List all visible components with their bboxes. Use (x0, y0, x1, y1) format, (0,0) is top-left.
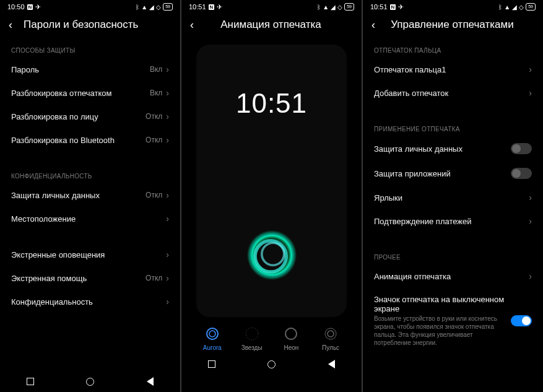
chevron-right-icon: › (166, 190, 169, 200)
nav-recent[interactable] (24, 375, 37, 388)
row-title: Добавить отпечаток (374, 89, 529, 98)
settings-row[interactable]: Защита личных данныхОткл› (9, 183, 172, 207)
signal-icon: ▲ (323, 4, 329, 11)
settings-row[interactable]: Экстренные оповещения› (9, 243, 172, 266)
section-label: ОТПЕЧАТОК ПАЛЬЦА (374, 47, 532, 54)
animation-option[interactable]: Звезды (233, 326, 271, 351)
animation-thumb-icon (244, 326, 260, 342)
settings-row[interactable]: Разблокировка по BluetoothОткл› (9, 128, 172, 152)
settings-row[interactable]: Экстренная помощьОткл› (9, 266, 172, 290)
signal-icon: ▲ (504, 4, 510, 11)
toggle[interactable] (511, 315, 532, 326)
chevron-right-icon: › (166, 297, 169, 307)
signal-icon: ◢ (331, 4, 336, 11)
page-title: Пароли и безопасность (24, 19, 138, 31)
chevron-right-icon: › (166, 135, 169, 145)
chevron-right-icon: › (166, 273, 169, 283)
settings-row[interactable]: ПарольВкл› (9, 58, 172, 81)
chevron-right-icon: › (166, 64, 169, 74)
settings-row[interactable]: Разблокировка по лицуОткл› (9, 105, 172, 128)
settings-row[interactable]: Подтверждение платежей› (371, 209, 534, 233)
svg-point-3 (207, 328, 218, 339)
svg-point-8 (325, 328, 336, 339)
back-icon[interactable]: ‹ (190, 19, 194, 30)
row-title: Подтверждение платежей (374, 217, 529, 226)
nav-back[interactable] (144, 375, 157, 388)
animation-label: Неон (284, 344, 298, 351)
nav-home[interactable] (266, 358, 278, 370)
header: ‹ Анимация отпечатка (181, 14, 362, 38)
animation-label: Звезды (241, 344, 263, 351)
row-value: Откл (146, 274, 162, 282)
animation-thumb-icon (283, 326, 299, 342)
page-title: Управление отпечатками (386, 19, 518, 31)
row-title: Пароль (11, 65, 150, 74)
section-label: КОНФИДЕНЦИАЛЬНОСТЬ (11, 173, 169, 180)
settings-row[interactable]: Добавить отпечаток› (371, 81, 534, 105)
chevron-right-icon: › (529, 216, 532, 226)
settings-row[interactable]: Защита личных данных (371, 136, 534, 161)
nav-recent[interactable] (206, 358, 218, 370)
chevron-right-icon: › (166, 250, 169, 259)
section-label: ПРИМЕНЕНИЕ ОТПЕЧАТКА (374, 126, 532, 133)
row-value: Откл (146, 191, 162, 199)
battery-icon: 59 (526, 3, 536, 11)
row-title: Значок отпечатка на выключенном экране (374, 295, 511, 313)
status-badge: N (27, 4, 33, 10)
status-time: 10:51 (370, 3, 388, 11)
row-title: Разблокировка по лицу (11, 112, 146, 121)
content: ОТПЕЧАТОК ПАЛЬЦА Отпечаток пальца1›Добав… (363, 38, 543, 392)
row-title: Защита личных данных (11, 191, 146, 200)
wifi-icon: ◇ (519, 4, 524, 11)
rows-extra: Экстренные оповещения›Экстренная помощьО… (9, 243, 172, 313)
svg-point-7 (328, 331, 334, 337)
animation-options: AuroraЗвездыНеонПульс (181, 322, 362, 354)
rocket-icon: ✈ (217, 3, 222, 11)
status-bar: 10:51 N ✈ ᛒ ▲ ◢ ◇ 59 (363, 0, 543, 14)
nav-bar (181, 354, 362, 375)
animation-option[interactable]: Неон (272, 326, 310, 351)
animation-label: Пульс (322, 344, 339, 351)
chevron-right-icon: › (166, 88, 169, 98)
animation-option[interactable]: Aurora (194, 326, 231, 351)
toggle[interactable] (511, 168, 532, 179)
signal-icon: ◢ (149, 4, 154, 11)
svg-point-6 (285, 328, 297, 339)
back-icon[interactable]: ‹ (371, 19, 375, 30)
rocket-icon: ✈ (35, 3, 41, 11)
settings-row[interactable]: Анимация отпечатка› (371, 264, 534, 288)
row-title: Защита приложений (374, 169, 511, 178)
settings-row[interactable]: Местоположение› (9, 207, 172, 230)
row-value: Вкл (150, 65, 162, 74)
settings-row[interactable]: Конфиденциальность› (9, 290, 172, 313)
settings-row[interactable]: Разблокировка отпечаткомВкл› (9, 81, 172, 105)
rows-privacy: Защита личных данныхОткл›Местоположение› (9, 183, 172, 230)
settings-row[interactable]: Защита приложений (371, 161, 534, 186)
toggle[interactable] (511, 143, 532, 154)
settings-row[interactable]: Значок отпечатка на выключенном экранеВо… (371, 288, 534, 354)
nav-back[interactable] (326, 358, 338, 370)
status-badge: N (209, 4, 215, 10)
row-value: Вкл (150, 89, 162, 97)
phone-animation: 10:51 N ✈ ᛒ ▲ ◢ ◇ 59 ‹ Анимация отпечатк… (181, 0, 362, 392)
animation-option[interactable]: Пульс (312, 326, 349, 351)
settings-row[interactable]: Ярлыки› (371, 186, 534, 209)
back-icon[interactable]: ‹ (9, 19, 12, 30)
nav-home[interactable] (84, 375, 97, 388)
row-title: Разблокировка отпечатком (11, 89, 150, 98)
status-time: 10:50 (7, 3, 25, 11)
battery-icon: 59 (344, 3, 354, 11)
svg-point-5 (246, 328, 258, 340)
chevron-right-icon: › (529, 88, 532, 98)
row-title: Анимация отпечатка (374, 272, 529, 281)
aurora-animation (244, 227, 300, 283)
content: СПОСОБЫ ЗАЩИТЫ ПарольВкл›Разблокировка о… (0, 38, 180, 371)
settings-row[interactable]: Отпечаток пальца1› (371, 58, 534, 81)
nav-bar (0, 371, 180, 392)
page-title: Анимация отпечатка (205, 19, 337, 31)
bluetooth-icon: ᛒ (317, 4, 321, 11)
animation-thumb-icon (204, 326, 220, 342)
signal-icon: ◢ (512, 4, 517, 11)
bluetooth-icon: ᛒ (498, 4, 502, 11)
status-time: 10:51 (189, 3, 206, 11)
